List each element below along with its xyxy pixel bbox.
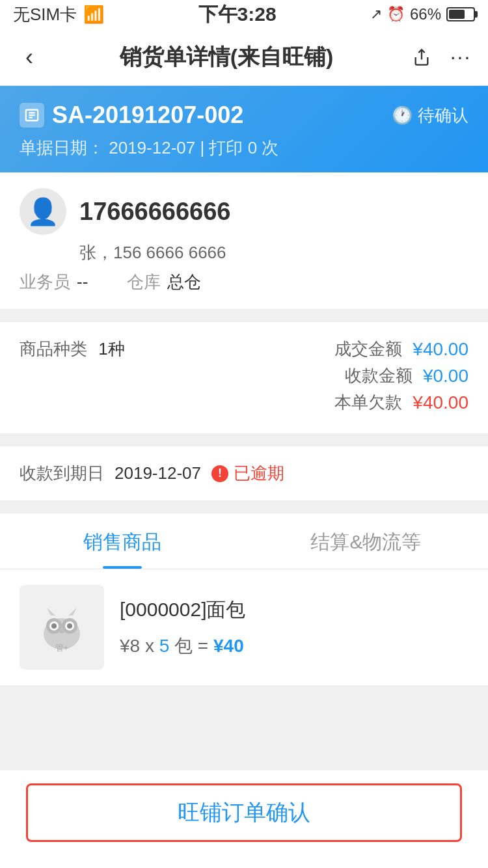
product-name: [0000002]面包 xyxy=(120,597,468,623)
transaction-amount: 成交金额 ¥40.00 xyxy=(334,338,468,360)
page-title: 销货单详情(来自旺铺) xyxy=(46,42,407,72)
multiplier: x xyxy=(145,636,159,656)
avatar-icon: 👤 xyxy=(27,197,59,227)
total-price: ¥40 xyxy=(213,636,244,656)
order-header-top: SA-20191207-002 🕐 待确认 xyxy=(20,102,468,129)
warehouse-item: 仓库 总仓 xyxy=(127,271,201,293)
back-button[interactable]: ‹ xyxy=(13,41,46,74)
customer-phone: 17666666666 xyxy=(79,198,230,226)
battery-percent: 66% xyxy=(410,5,441,23)
svg-point-10 xyxy=(51,623,57,629)
product-section: 管+ [0000002]面包 ¥8 x 5 包 = ¥40 xyxy=(0,569,488,685)
svg-point-11 xyxy=(67,623,72,629)
customer-section: 👤 17666666666 张，156 6666 6666 业务员 -- 仓库 … xyxy=(0,172,488,309)
svg-text:管+: 管+ xyxy=(55,643,69,653)
order-id: SA-20191207-002 xyxy=(20,102,243,129)
product-item: 管+ [0000002]面包 ¥8 x 5 包 = ¥40 xyxy=(0,569,488,685)
order-status: 🕐 待确认 xyxy=(392,104,468,127)
overdue-badge: ! 已逾期 xyxy=(211,462,284,485)
warehouse-value: 总仓 xyxy=(167,271,201,293)
status-left: 无SIM卡 📶 xyxy=(13,3,104,26)
confirm-btn-area: 旺铺订单确认 xyxy=(0,770,488,868)
svg-marker-13 xyxy=(47,608,55,616)
amount-right: 成交金额 ¥40.00 收款金额 ¥0.00 本单欠款 ¥40.00 xyxy=(334,338,468,418)
transaction-value: ¥40.00 xyxy=(413,339,468,360)
avatar: 👤 xyxy=(20,188,66,235)
more-button[interactable]: ··· xyxy=(446,43,475,72)
product-logo: 管+ xyxy=(33,601,91,653)
wifi-icon: 📶 xyxy=(83,5,104,25)
overdue-date: 2019-12-07 xyxy=(115,463,201,483)
sales-rep-label: 业务员 xyxy=(20,271,70,293)
overdue-alert-icon: ! xyxy=(211,465,228,482)
product-type-label: 商品种类 xyxy=(20,339,87,359)
equals: = xyxy=(198,636,213,656)
customer-meta: 业务员 -- 仓库 总仓 xyxy=(20,271,468,293)
owed-amount: 本单欠款 ¥40.00 xyxy=(334,391,468,414)
product-type-area: 商品种类 1种 xyxy=(20,338,125,360)
overdue-section: 收款到期日 2019-12-07 ! 已逾期 xyxy=(0,446,488,500)
overdue-label: 收款到期日 xyxy=(20,462,104,485)
status-time: 下午3:28 xyxy=(198,1,277,28)
product-price: ¥8 x 5 包 = ¥40 xyxy=(120,634,468,658)
amount-row: 商品种类 1种 成交金额 ¥40.00 收款金额 ¥0.00 本单欠款 ¥40.… xyxy=(20,338,468,418)
tabs-container: 销售商品 结算&物流等 xyxy=(0,513,488,569)
status-right: ↗ ⏰ 66% xyxy=(370,5,475,23)
overdue-text: 已逾期 xyxy=(234,462,284,485)
no-sim-text: 无SIM卡 xyxy=(13,3,77,26)
status-bar: 无SIM卡 📶 下午3:28 ↗ ⏰ 66% xyxy=(0,0,488,29)
status-text: 待确认 xyxy=(418,104,468,127)
svg-marker-14 xyxy=(68,608,77,616)
sales-rep-item: 业务员 -- xyxy=(20,271,88,293)
warehouse-label: 仓库 xyxy=(127,271,161,293)
tab-settlement[interactable]: 结算&物流等 xyxy=(244,513,488,569)
order-date: 单据日期： 2019-12-07 | 打印 0 次 xyxy=(20,137,468,159)
quantity: 5 xyxy=(159,636,170,656)
alarm-icon: ⏰ xyxy=(387,6,405,23)
amount-section: 商品种类 1种 成交金额 ¥40.00 收款金额 ¥0.00 本单欠款 ¥40.… xyxy=(0,322,488,433)
tab-products[interactable]: 销售商品 xyxy=(0,513,244,569)
order-header: SA-20191207-002 🕐 待确认 单据日期： 2019-12-07 |… xyxy=(0,86,488,172)
clock-icon: 🕐 xyxy=(392,105,413,126)
product-thumbnail: 管+ xyxy=(20,585,104,670)
customer-name-phone: 张，156 6666 6666 xyxy=(79,241,468,264)
received-value: ¥0.00 xyxy=(423,366,468,387)
order-id-icon xyxy=(20,103,44,128)
share-button[interactable] xyxy=(407,43,436,72)
nav-actions: ··· xyxy=(407,43,475,72)
product-code: [0000002] xyxy=(120,599,206,620)
owed-value: ¥40.00 xyxy=(413,392,468,413)
nav-bar: ‹ 销货单详情(来自旺铺) ··· xyxy=(0,29,488,86)
battery-icon xyxy=(446,7,475,21)
customer-top: 👤 17666666666 xyxy=(20,188,468,235)
product-info: [0000002]面包 ¥8 x 5 包 = ¥40 xyxy=(120,597,468,658)
location-icon: ↗ xyxy=(370,6,382,23)
unit: 包 xyxy=(174,636,193,656)
price-per-unit: ¥8 xyxy=(120,636,140,656)
sales-rep-value: -- xyxy=(77,272,88,292)
product-type-value: 1种 xyxy=(98,339,124,359)
received-amount: 收款金额 ¥0.00 xyxy=(334,364,468,387)
confirm-order-button[interactable]: 旺铺订单确认 xyxy=(26,783,462,842)
